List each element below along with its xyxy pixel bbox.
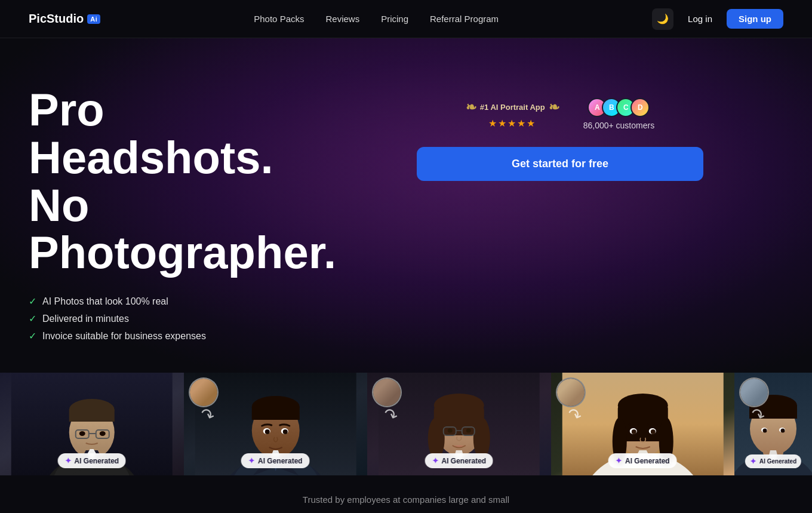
- wreath-left-icon: ❧: [466, 100, 476, 115]
- svg-point-25: [264, 429, 269, 434]
- sparkle-icon-4: ✦: [616, 456, 622, 465]
- nav-links: Photo Packs Reviews Pricing Referral Pro…: [254, 14, 499, 24]
- hero-right: ❧ #1 AI Portrait App ❧ ★★★★★ A B C D 86,…: [411, 86, 709, 181]
- dark-mode-toggle[interactable]: 🌙: [652, 8, 673, 30]
- before-avatar-4: [556, 377, 586, 407]
- hero-title: Pro Headshots. No Photographer.: [29, 86, 411, 277]
- avatar-4: D: [630, 98, 650, 117]
- before-avatar-2: [189, 377, 219, 407]
- hero-section: Pro Headshots. No Photographer. ✓ AI Pho…: [0, 38, 812, 373]
- sparkle-icon-2: ✦: [248, 456, 255, 465]
- trusted-text: Trusted by employees at companies large …: [29, 494, 783, 505]
- svg-point-70: [781, 429, 785, 433]
- login-button[interactable]: Log in: [681, 10, 719, 27]
- check-icon-1: ✓: [29, 296, 36, 307]
- wreath-right-icon: ❧: [549, 100, 559, 115]
- photo-card-5: ↷ ✦ AI Generated: [734, 373, 812, 475]
- customers-badge: A B C D 86,000+ customers: [583, 98, 654, 130]
- logo[interactable]: PicStudio Ai: [29, 12, 100, 26]
- photo-card-3: ↷ ✦ AI Generated: [367, 373, 551, 475]
- nav-photo-packs[interactable]: Photo Packs: [254, 14, 304, 24]
- photo-card-4: ↷ ✦ AI Generated: [551, 373, 735, 475]
- ai-badge-3: ✦ AI Generated: [425, 453, 493, 468]
- check-icon-2: ✓: [29, 313, 36, 324]
- photo-strip: ✦ AI Generated: [0, 373, 812, 475]
- nav-referral[interactable]: Referral Program: [430, 14, 499, 24]
- feature-item-3: ✓ Invoice suitable for business expenses: [29, 330, 411, 342]
- hero-badges: ❧ #1 AI Portrait App ❧ ★★★★★ A B C D 86,…: [411, 98, 709, 130]
- ai-badge-1: ✦ AI Generated: [57, 453, 126, 468]
- svg-rect-22: [251, 407, 299, 420]
- hero-features: ✓ AI Photos that look 100% real ✓ Delive…: [29, 296, 411, 342]
- customer-count: 86,000+ customers: [583, 121, 654, 130]
- svg-point-69: [763, 429, 767, 433]
- sparkle-icon-3: ✦: [432, 456, 438, 465]
- logo-text: PicStudio: [29, 12, 84, 26]
- photo-card-1: ✦ AI Generated: [0, 373, 184, 475]
- check-icon-3: ✓: [29, 330, 36, 342]
- hero-left: Pro Headshots. No Photographer. ✓ AI Pho…: [29, 86, 411, 342]
- signup-button[interactable]: Sign up: [727, 9, 783, 29]
- award-label: #1 AI Portrait App: [480, 103, 545, 112]
- ai-badge-4: ✦ AI Generated: [608, 453, 677, 468]
- svg-point-11: [100, 431, 106, 436]
- logo-badge: Ai: [87, 14, 100, 24]
- before-avatar-5: [739, 377, 769, 407]
- award-wreath: ❧ #1 AI Portrait App ❧: [466, 100, 559, 115]
- navbar: PicStudio Ai Photo Packs Reviews Pricing…: [0, 0, 812, 38]
- svg-point-58: [650, 429, 655, 434]
- svg-point-10: [79, 431, 85, 436]
- sparkle-icon-1: ✦: [64, 456, 71, 465]
- award-stars: ★★★★★: [488, 118, 536, 129]
- svg-point-26: [282, 429, 287, 434]
- customer-avatars: A B C D: [588, 98, 650, 117]
- nav-reviews[interactable]: Reviews: [325, 14, 359, 24]
- sparkle-icon-5: ✦: [750, 457, 756, 466]
- svg-point-42: [448, 429, 453, 433]
- svg-point-43: [466, 429, 471, 433]
- photo-card-2: ↷ ✦ AI Generated: [184, 373, 368, 475]
- ai-badge-5: ✦ AI Generated: [745, 454, 801, 468]
- before-avatar-3: [372, 377, 402, 407]
- nav-pricing[interactable]: Pricing: [381, 14, 408, 24]
- svg-point-57: [631, 429, 636, 434]
- ai-badge-2: ✦ AI Generated: [241, 453, 310, 468]
- svg-rect-6: [69, 410, 115, 422]
- trusted-section: Trusted by employees at companies large …: [0, 475, 812, 513]
- nav-right: 🌙 Log in Sign up: [652, 8, 783, 30]
- feature-item-1: ✓ AI Photos that look 100% real: [29, 296, 411, 307]
- award-badge: ❧ #1 AI Portrait App ❧ ★★★★★: [466, 100, 559, 129]
- feature-item-2: ✓ Delivered in minutes: [29, 313, 411, 324]
- get-started-button[interactable]: Get started for free: [417, 147, 703, 181]
